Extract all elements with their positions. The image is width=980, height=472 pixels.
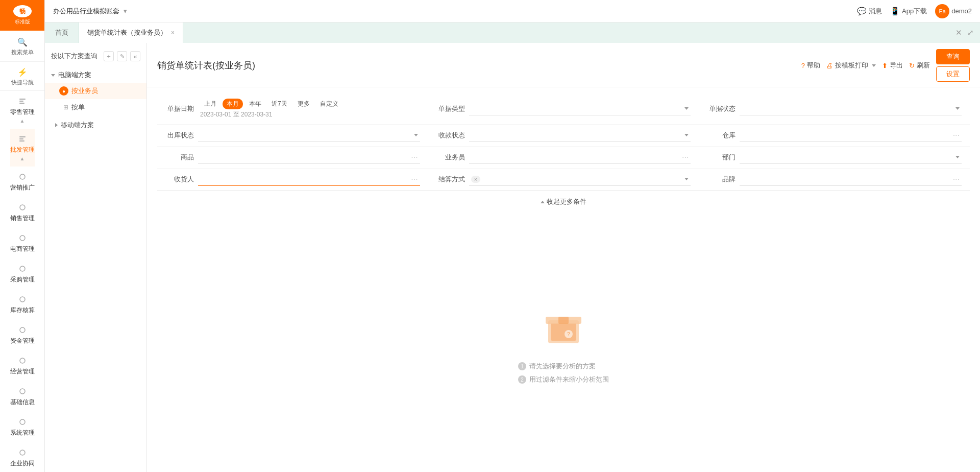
- product-input[interactable]: ···: [198, 151, 420, 164]
- date-btn-custom[interactable]: 自定义: [316, 99, 342, 109]
- salesperson-dots[interactable]: ···: [682, 153, 689, 162]
- tab-close-icon[interactable]: ×: [171, 29, 175, 36]
- out-status-label: 出库状态: [165, 131, 194, 140]
- svg-rect-23: [558, 317, 569, 324]
- filter-row-4: 收货人 ··· 结算方式 ×: [157, 169, 970, 191]
- date-filter-input[interactable]: 上月 本月 本年 近7天 更多 自定义 2023-03-01 至 2023-03…: [198, 98, 420, 120]
- pc-section-header[interactable]: 电脑端方案: [45, 67, 146, 83]
- dept-input[interactable]: [740, 151, 962, 164]
- content-area: 按以下方案查询 + ✎ « 电脑端方案 ●: [45, 43, 980, 472]
- consignee-input[interactable]: ···: [198, 173, 420, 186]
- sidebar-item-采购管理[interactable]: 采购管理: [10, 258, 35, 289]
- title-dropdown-icon[interactable]: ▾: [124, 7, 127, 15]
- date-btn-last-month[interactable]: 上月: [200, 99, 220, 109]
- sidebar-menu-label-4: 电商管理: [10, 245, 35, 253]
- doc-type-input[interactable]: [469, 102, 691, 115]
- consignee-dots[interactable]: ···: [411, 175, 418, 184]
- tab-expand-icon[interactable]: ⤢: [967, 28, 974, 37]
- help-button[interactable]: ? 帮助: [801, 61, 820, 70]
- payment-clear-icon[interactable]: ×: [474, 176, 477, 182]
- left-panel: 按以下方案查询 + ✎ « 电脑端方案 ●: [45, 43, 147, 472]
- collapse-button[interactable]: 收起更多条件: [541, 194, 586, 209]
- date-btn-this-year[interactable]: 本年: [245, 99, 265, 109]
- scheme-by-order[interactable]: ⊞ 按单: [45, 99, 146, 115]
- salesperson-input[interactable]: ···: [469, 151, 691, 164]
- app-download-label: App下载: [902, 7, 927, 16]
- tab-bar: 首页 销货单统计表（按业务员） × ✕ ⤢: [45, 22, 980, 43]
- payment-clear-tag[interactable]: ×: [471, 176, 480, 183]
- export-button[interactable]: ⬆ 导出: [882, 61, 903, 70]
- top-header: 办公用品行业模拟账套 ▾ 💬 消息 📱 App下载 Ea demo2: [45, 0, 980, 22]
- warehouse-input[interactable]: ···: [740, 129, 962, 142]
- sidebar-menu-label-6: 库存核算: [10, 306, 35, 315]
- sidebar-item-基础信息[interactable]: 基础信息: [10, 381, 35, 412]
- sidebar-search-menu[interactable]: 🔍 搜索菜单: [0, 31, 44, 62]
- payment-dropdown-icon: [684, 178, 689, 180]
- warehouse-dots[interactable]: ···: [953, 131, 960, 140]
- sidebar-menu-label-5: 采购管理: [10, 275, 35, 284]
- sidebar: 畅 标准版 🔍 搜索菜单 ⚡ 快捷导航 零售管理 ▲ 批发管理 ▲ 营销推广 销…: [0, 0, 45, 472]
- add-scheme-button[interactable]: +: [104, 51, 114, 61]
- scheme-salesperson-icon: ●: [59, 86, 68, 96]
- grid-icon: ⊞: [63, 104, 68, 111]
- message-label: 消息: [869, 7, 882, 16]
- brand-dots[interactable]: ···: [953, 175, 960, 184]
- user-profile[interactable]: Ea demo2: [935, 4, 972, 18]
- sidebar-item-资金管理[interactable]: 资金管理: [10, 320, 35, 350]
- receipt-status-filter-cell: 收款状态: [428, 125, 699, 147]
- query-button[interactable]: 查询: [936, 49, 970, 64]
- left-panel-actions: + ✎ «: [104, 51, 140, 61]
- scheme-by-order-label: 按单: [71, 103, 85, 112]
- refresh-button[interactable]: ↻ 刷新: [909, 61, 930, 70]
- date-btn-7days[interactable]: 近7天: [267, 99, 291, 109]
- sidebar-quick-nav[interactable]: ⚡ 快捷导航: [0, 62, 44, 91]
- edit-scheme-button[interactable]: ✎: [117, 51, 127, 61]
- mobile-section-header[interactable]: 移动端方案: [45, 117, 146, 133]
- date-btn-more[interactable]: 更多: [293, 99, 314, 109]
- tip-text-1: 请先选择要分析的方案: [529, 362, 596, 371]
- sidebar-item-库存核算[interactable]: 库存核算: [10, 289, 35, 320]
- tab-home[interactable]: 首页: [45, 22, 79, 43]
- payment-input[interactable]: ×: [469, 173, 691, 186]
- menu-icon-9: [17, 386, 28, 396]
- collapse-row: 收起更多条件: [157, 191, 970, 213]
- collapse-panel-button[interactable]: «: [130, 51, 140, 61]
- sidebar-item-批发管理[interactable]: 批发管理 ▲: [10, 129, 35, 167]
- print-button[interactable]: 🖨 按模板打印: [826, 61, 876, 70]
- tab-close-window-icon[interactable]: ✕: [955, 28, 962, 37]
- app-download-button[interactable]: 📱 App下载: [890, 7, 927, 16]
- tab-active[interactable]: 销货单统计表（按业务员） ×: [79, 22, 183, 43]
- export-label: 导出: [890, 61, 903, 70]
- warehouse-label: 仓库: [707, 131, 736, 140]
- refresh-label: 刷新: [917, 61, 930, 70]
- sidebar-menu: 零售管理 ▲ 批发管理 ▲ 营销推广 销售管理 电商管理 采购管理: [10, 91, 35, 472]
- sidebar-item-零售管理[interactable]: 零售管理 ▲: [10, 91, 35, 129]
- scheme-salesperson[interactable]: ● 按业务员: [45, 83, 146, 99]
- product-filter-cell: 商品 ···: [157, 147, 428, 169]
- sidebar-item-电商管理[interactable]: 电商管理: [10, 228, 35, 258]
- sidebar-item-经营管理[interactable]: 经营管理: [10, 350, 35, 381]
- app-title: 办公用品行业模拟账套: [53, 7, 119, 16]
- product-dots[interactable]: ···: [411, 153, 418, 162]
- date-btn-this-month[interactable]: 本月: [223, 99, 243, 109]
- sidebar-item-营销推广[interactable]: 营销推广: [10, 167, 35, 197]
- sidebar-item-系统管理[interactable]: 系统管理: [10, 412, 35, 442]
- message-button[interactable]: 💬 消息: [857, 7, 882, 16]
- menu-icon-11: [17, 447, 28, 458]
- svg-rect-2: [19, 103, 24, 104]
- date-filter-cell: 单据日期 上月 本月 本年 近7天 更多 自定义 2023-03-01 至 20…: [157, 93, 428, 125]
- scheme-salesperson-label: 按业务员: [71, 86, 98, 96]
- out-status-input[interactable]: [198, 129, 420, 142]
- setting-button[interactable]: 设置: [936, 66, 970, 82]
- out-status-filter-cell: 出库状态: [157, 125, 428, 147]
- sidebar-item-企业协同[interactable]: 企业协同: [10, 442, 35, 472]
- menu-icon-0: [17, 96, 28, 106]
- menu-icon-7: [17, 325, 28, 335]
- receipt-status-input[interactable]: [469, 129, 691, 142]
- svg-text:?: ?: [567, 332, 570, 337]
- brand-input[interactable]: ···: [740, 173, 962, 186]
- search-menu-label: 搜索菜单: [11, 49, 34, 56]
- sidebar-item-销售管理[interactable]: 销售管理: [10, 197, 35, 228]
- receipt-status-label: 收款状态: [436, 131, 465, 140]
- doc-status-input[interactable]: [740, 102, 962, 115]
